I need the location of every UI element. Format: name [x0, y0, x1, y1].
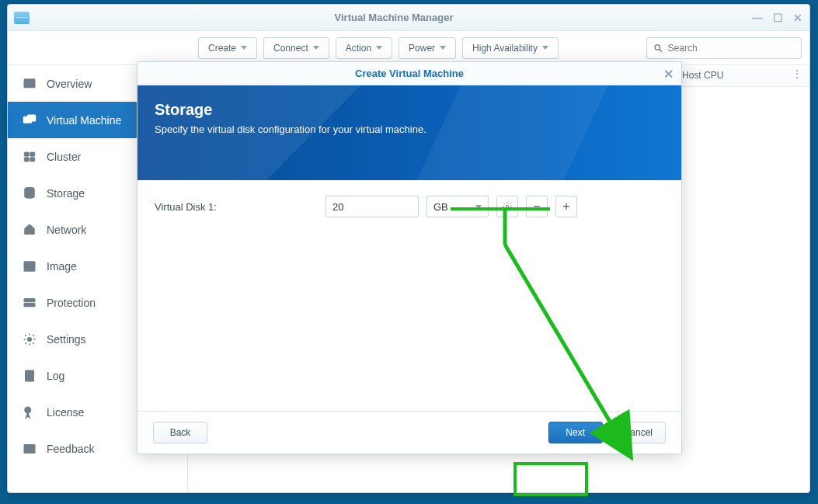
- dialog-footer: Back Next Cancel: [137, 411, 681, 454]
- settings-icon: [22, 332, 37, 346]
- sidebar-item-label: Image: [47, 260, 77, 273]
- minus-icon: −: [533, 200, 540, 214]
- sidebar-item-label: License: [47, 406, 84, 419]
- cluster-icon: [22, 150, 37, 164]
- virtual-machine-icon: [22, 113, 37, 127]
- dialog-hero-title: Storage: [155, 101, 664, 119]
- svg-rect-8: [30, 152, 35, 156]
- sidebar-item-label: Network: [47, 224, 86, 236]
- window-controls: — ☐ ✕: [752, 12, 803, 23]
- network-icon: [22, 223, 37, 237]
- sidebar-item-label: Feedback: [47, 443, 94, 455]
- svg-point-0: [655, 44, 660, 49]
- disk-settings-button[interactable]: [496, 196, 518, 217]
- high-availability-button[interactable]: High Availability: [462, 37, 559, 59]
- dialog-title: Create Virtual Machine: [355, 68, 464, 79]
- disk-unit-label: GB: [433, 201, 448, 213]
- create-vm-dialog: Create Virtual Machine ✕ Storage Specify…: [137, 61, 682, 454]
- window-title: Virtual Machine Manager: [36, 12, 752, 23]
- chevron-down-icon: [313, 46, 319, 50]
- power-label: Power: [409, 43, 435, 54]
- license-icon: [22, 405, 37, 419]
- chevron-down-icon: [475, 205, 482, 209]
- action-label: Action: [346, 43, 371, 54]
- gear-icon: [502, 201, 513, 212]
- sidebar-item-label: Overview: [47, 78, 92, 90]
- add-disk-button[interactable]: +: [555, 196, 577, 217]
- close-window-icon[interactable]: ✕: [792, 12, 803, 23]
- create-button[interactable]: Create: [198, 37, 257, 59]
- column-host-cpu[interactable]: Host CPU: [682, 70, 723, 81]
- image-icon: [22, 259, 37, 273]
- search-icon: [653, 43, 663, 54]
- virtual-disk-row: Virtual Disk 1: GB − +: [155, 196, 664, 217]
- svg-rect-9: [24, 157, 29, 161]
- next-button[interactable]: Next: [548, 422, 603, 443]
- virtual-disk-label: Virtual Disk 1:: [155, 201, 318, 213]
- sidebar-item-label: Cluster: [47, 151, 81, 163]
- protection-icon: [22, 296, 37, 310]
- dialog-hero: Storage Specify the virtual disk configu…: [137, 85, 681, 180]
- ha-label: High Availability: [472, 43, 538, 54]
- storage-icon: [22, 186, 37, 200]
- remove-disk-button[interactable]: −: [526, 196, 548, 217]
- svg-rect-7: [24, 152, 29, 156]
- chevron-down-icon: [241, 46, 247, 50]
- column-options-icon[interactable]: ⋮: [792, 68, 802, 79]
- sidebar-item-label: Log: [47, 370, 64, 382]
- svg-rect-10: [30, 157, 35, 161]
- cancel-button[interactable]: Cancel: [611, 422, 666, 443]
- sidebar-item-label: Protection: [47, 297, 96, 309]
- back-button[interactable]: Back: [153, 422, 207, 443]
- next-label: Next: [566, 427, 585, 438]
- svg-point-19: [28, 337, 32, 341]
- titlebar: Virtual Machine Manager — ☐ ✕: [8, 5, 809, 31]
- dialog-titlebar: Create Virtual Machine ✕: [137, 62, 681, 85]
- feedback-icon: [22, 442, 37, 456]
- chevron-down-icon: [440, 46, 446, 50]
- cancel-label: Cancel: [624, 427, 653, 438]
- svg-point-14: [29, 266, 30, 267]
- action-button[interactable]: Action: [336, 37, 392, 59]
- power-button[interactable]: Power: [399, 37, 456, 59]
- chevron-down-icon: [542, 46, 548, 50]
- back-label: Back: [170, 427, 191, 438]
- log-icon: [22, 369, 37, 383]
- connect-button[interactable]: Connect: [263, 37, 329, 59]
- maximize-icon[interactable]: ☐: [772, 12, 783, 23]
- connect-label: Connect: [273, 43, 308, 54]
- toolbar: Create Connect Action Power High Availab…: [8, 31, 809, 65]
- svg-rect-2: [24, 79, 35, 88]
- svg-point-24: [25, 407, 31, 413]
- minimize-icon[interactable]: —: [752, 12, 763, 23]
- svg-point-18: [26, 304, 28, 305]
- svg-rect-6: [28, 115, 36, 121]
- search-box[interactable]: [646, 37, 802, 59]
- search-input[interactable]: [668, 43, 795, 54]
- svg-point-17: [26, 299, 28, 301]
- sidebar-item-label: Virtual Machine: [47, 114, 121, 127]
- create-label: Create: [208, 43, 236, 54]
- disk-unit-select[interactable]: GB: [426, 196, 489, 217]
- app-window: Virtual Machine Manager — ☐ ✕ Create Con…: [7, 4, 810, 493]
- overview-icon: [22, 77, 37, 91]
- plus-icon: +: [562, 200, 569, 214]
- dialog-hero-subtitle: Specify the virtual disk configuration f…: [155, 123, 664, 135]
- sidebar-item-label: Storage: [47, 187, 85, 200]
- close-icon[interactable]: ✕: [663, 67, 674, 82]
- chevron-down-icon: [376, 46, 382, 50]
- svg-line-1: [660, 49, 662, 51]
- dialog-body: Virtual Disk 1: GB − +: [137, 180, 681, 233]
- sidebar-item-label: Settings: [47, 333, 86, 346]
- app-icon: [14, 12, 30, 24]
- svg-point-26: [506, 205, 509, 208]
- virtual-disk-size-input[interactable]: [325, 196, 419, 217]
